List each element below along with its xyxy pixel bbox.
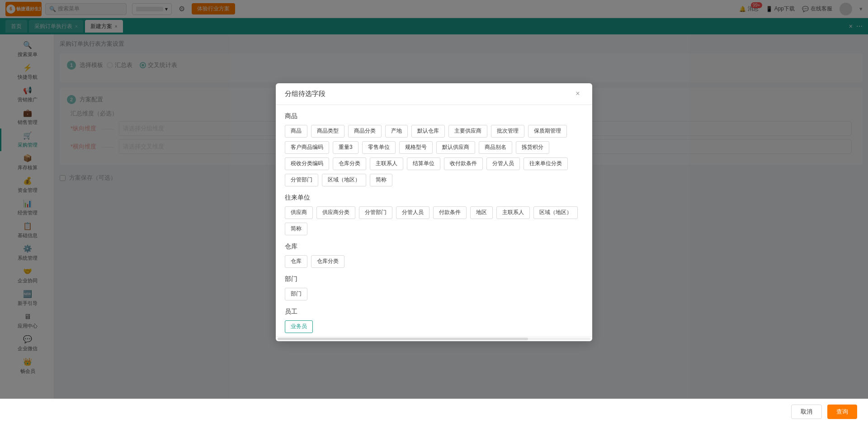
field-tag-staff-0[interactable]: 业务员 <box>285 320 313 333</box>
field-tag-warehouse-0[interactable]: 仓库 <box>285 255 307 268</box>
field-tag-product-10[interactable]: 零售单位 <box>362 141 396 154</box>
modal-close-btn[interactable]: × <box>572 88 583 99</box>
field-group-product-title: 商品 <box>285 112 583 120</box>
field-tag-product-18[interactable]: 结算单位 <box>407 157 440 170</box>
field-tag-partner-6[interactable]: 主联系人 <box>496 206 530 219</box>
field-tag-product-7[interactable]: 保质期管理 <box>528 125 567 138</box>
modal-title: 分组待选字段 <box>285 90 326 98</box>
field-group-partner: 往来单位 供应商 供应商分类 分管部门 分管人员 付款条件 地区 主联系人 区域… <box>285 194 583 235</box>
department-fields: 部门 <box>285 288 583 300</box>
modal-overlay: 分组待选字段 × 商品 商品 商品类型 商品分类 产地 默认仓库 主要供应商 批… <box>0 0 868 424</box>
field-tag-product-14[interactable]: 拣货积分 <box>516 141 549 154</box>
field-tag-partner-4[interactable]: 付款条件 <box>433 206 467 219</box>
field-group-partner-title: 往来单位 <box>285 194 583 202</box>
modal-header: 分组待选字段 × <box>276 83 592 105</box>
field-tag-product-17[interactable]: 主联系人 <box>370 157 403 170</box>
field-tag-department-0[interactable]: 部门 <box>285 288 307 300</box>
field-tag-product-6[interactable]: 批次管理 <box>491 125 524 138</box>
field-group-staff: 员工 业务员 <box>285 308 583 333</box>
field-tag-product-3[interactable]: 产地 <box>385 125 408 138</box>
confirm-button[interactable]: 查询 <box>827 405 857 419</box>
field-group-product: 商品 商品 商品类型 商品分类 产地 默认仓库 主要供应商 批次管理 保质期管理… <box>285 112 583 186</box>
modal-body[interactable]: 商品 商品 商品类型 商品分类 产地 默认仓库 主要供应商 批次管理 保质期管理… <box>276 105 592 336</box>
field-group-warehouse-title: 仓库 <box>285 243 583 251</box>
product-fields: 商品 商品类型 商品分类 产地 默认仓库 主要供应商 批次管理 保质期管理 客户… <box>285 125 583 186</box>
footer-bar: 取消 查询 <box>0 399 868 424</box>
field-group-department: 部门 部门 <box>285 275 583 300</box>
modal-hscroll-area <box>276 336 592 341</box>
field-tag-product-8[interactable]: 客户商品编码 <box>285 141 329 154</box>
field-tag-product-19[interactable]: 收付款条件 <box>444 157 483 170</box>
field-tag-product-21[interactable]: 往来单位分类 <box>524 157 568 170</box>
field-group-department-title: 部门 <box>285 275 583 283</box>
field-tag-product-11[interactable]: 规格型号 <box>399 141 433 154</box>
field-tag-product-4[interactable]: 默认仓库 <box>411 125 445 138</box>
field-tag-partner-5[interactable]: 地区 <box>470 206 493 219</box>
field-tag-partner-8[interactable]: 简称 <box>285 223 307 235</box>
field-group-staff-title: 员工 <box>285 308 583 316</box>
field-tag-product-16[interactable]: 仓库分类 <box>333 157 366 170</box>
staff-fields: 业务员 <box>285 320 583 333</box>
field-tag-partner-7[interactable]: 区域（地区） <box>533 206 578 219</box>
field-tag-product-9[interactable]: 重量3 <box>333 141 359 154</box>
field-tag-product-1[interactable]: 商品类型 <box>311 125 344 138</box>
field-tag-partner-3[interactable]: 分管人员 <box>396 206 429 219</box>
field-tag-warehouse-1[interactable]: 仓库分类 <box>311 255 344 268</box>
cancel-button[interactable]: 取消 <box>791 405 822 419</box>
field-tag-product-2[interactable]: 商品分类 <box>348 125 382 138</box>
modal-hscroll-track <box>278 338 590 340</box>
field-tag-partner-1[interactable]: 供应商分类 <box>316 206 355 219</box>
field-tag-product-5[interactable]: 主要供应商 <box>448 125 487 138</box>
modal-hscroll-thumb[interactable] <box>278 338 528 340</box>
field-tag-partner-2[interactable]: 分管部门 <box>359 206 392 219</box>
field-tag-partner-0[interactable]: 供应商 <box>285 206 313 219</box>
field-selection-modal: 分组待选字段 × 商品 商品 商品类型 商品分类 产地 默认仓库 主要供应商 批… <box>276 83 592 341</box>
field-tag-product-20[interactable]: 分管人员 <box>486 157 520 170</box>
field-tag-product-22[interactable]: 分管部门 <box>285 174 318 186</box>
warehouse-fields: 仓库 仓库分类 <box>285 255 583 268</box>
field-tag-product-24[interactable]: 简称 <box>370 174 392 186</box>
field-tag-product-0[interactable]: 商品 <box>285 125 307 138</box>
field-tag-product-15[interactable]: 税收分类编码 <box>285 157 329 170</box>
field-group-warehouse: 仓库 仓库 仓库分类 <box>285 243 583 268</box>
field-tag-product-13[interactable]: 商品别名 <box>479 141 512 154</box>
field-tag-product-23[interactable]: 区域（地区） <box>322 174 366 186</box>
field-tag-product-12[interactable]: 默认供应商 <box>436 141 475 154</box>
partner-fields: 供应商 供应商分类 分管部门 分管人员 付款条件 地区 主联系人 区域（地区） … <box>285 206 583 235</box>
